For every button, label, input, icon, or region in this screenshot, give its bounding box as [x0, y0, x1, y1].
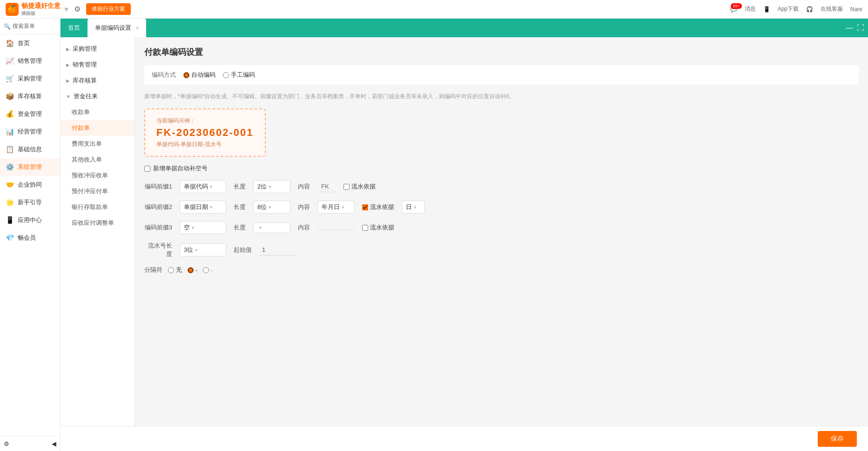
- settings-bottom-icon[interactable]: ⚙: [4, 440, 9, 447]
- sep-dash-label: -: [195, 267, 197, 274]
- app-body: 🔍 搜索菜单 🏠 首页 📈 销售管理 🛒 采购管理 📦 库存核算 💰: [0, 19, 868, 451]
- sidebar-item-sales[interactable]: 📈 销售管理: [0, 52, 60, 70]
- sidebar-item-home[interactable]: 🏠 首页: [0, 34, 60, 52]
- nav-item-prepay-payable[interactable]: 预付冲应付单: [61, 183, 135, 199]
- username[interactable]: Nare: [850, 6, 862, 13]
- sidebar-item-apps[interactable]: 📱 应用中心: [0, 211, 60, 229]
- app-download[interactable]: App下载: [778, 5, 799, 13]
- content3-value: [317, 226, 355, 230]
- content2-value: 年月日: [322, 203, 340, 211]
- serial1-checkbox[interactable]: [343, 184, 350, 190]
- encoding-mode-row: 编码方式 自动编码 手工编码: [144, 65, 859, 85]
- nav-inventory-label: 库存核算: [73, 76, 97, 85]
- prefix1-select[interactable]: 单据代码 ▾: [180, 180, 226, 193]
- purchase-arrow-icon: ▶: [66, 47, 70, 52]
- prefix2-label: 编码前缀2: [144, 203, 172, 211]
- sep-dot-label: ·: [211, 267, 213, 274]
- auto-encode-radio[interactable]: [183, 72, 189, 78]
- sidebar-basics-label: 基础信息: [18, 145, 42, 154]
- content1-value: FK: [317, 181, 336, 192]
- length3-label: 长度: [234, 223, 246, 232]
- collapse-icon[interactable]: ◀: [52, 440, 56, 447]
- sidebar-item-enterprise[interactable]: 🤝 企业协同: [0, 176, 60, 194]
- sidebar-bottom: ⚙ ◀: [0, 436, 60, 451]
- nav-item-payment[interactable]: 付款单: [61, 120, 135, 136]
- serial2-period-caret-icon: ▾: [414, 204, 417, 210]
- nav-item-ar-ap-adjust[interactable]: 应收应付调整单: [61, 215, 135, 231]
- manual-encode-radio[interactable]: [223, 72, 229, 78]
- bottom-bar: 保存: [61, 426, 868, 451]
- nav-group-inventory-title[interactable]: ▶ 库存核算: [61, 73, 135, 88]
- sidebar-item-finance[interactable]: 💰 资金管理: [0, 105, 60, 123]
- auto-fill-checkbox[interactable]: [144, 166, 150, 172]
- sidebar-item-member[interactable]: 💎 畅会员: [0, 229, 60, 247]
- prefix1-caret-icon: ▾: [210, 184, 213, 190]
- sep-none-option[interactable]: 无: [168, 266, 182, 274]
- length3-select[interactable]: ▾: [253, 222, 290, 233]
- nav-purchase-label: 采购管理: [73, 45, 97, 53]
- nav-item-other-income[interactable]: 其他收入单: [61, 152, 135, 168]
- maximize-icon[interactable]: ⛶: [857, 24, 864, 32]
- experience-btn[interactable]: 体验行业方案: [86, 3, 131, 15]
- sep-dot-radio[interactable]: [203, 267, 209, 273]
- message-wrap[interactable]: 💬 99+: [730, 6, 737, 13]
- message-badge: 99+: [731, 3, 741, 9]
- tab-encoding[interactable]: 单据编码设置 ×: [87, 19, 146, 37]
- nav-group-capital-title[interactable]: ▼ 资金往来: [61, 88, 135, 104]
- nav-group-purchase-title[interactable]: ▶ 采购管理: [61, 41, 135, 57]
- serial-length-select[interactable]: 3位 ▾: [180, 243, 226, 256]
- serial2-period-select[interactable]: 日 ▾: [402, 201, 425, 214]
- sidebar-item-inventory[interactable]: 📦 库存核算: [0, 88, 60, 105]
- search-menu[interactable]: 🔍 搜索菜单: [0, 19, 60, 34]
- prefix3-caret-icon: ▾: [192, 225, 195, 231]
- serial2-wrap: 流水依据: [362, 203, 394, 211]
- sep-dot-option[interactable]: ·: [203, 267, 213, 274]
- prefix1-label: 编码前缀1: [144, 182, 172, 191]
- sidebar-item-operations[interactable]: 📊 经营管理: [0, 123, 60, 141]
- online-service[interactable]: 在线客服: [821, 5, 843, 13]
- sep-dash-option[interactable]: -: [188, 267, 197, 274]
- settings-icon[interactable]: ⚙: [74, 5, 81, 13]
- sep-none-radio[interactable]: [168, 267, 174, 273]
- minimize-icon[interactable]: —: [846, 24, 853, 32]
- inventory-icon: 📦: [6, 92, 14, 101]
- length2-caret-icon: ▾: [269, 204, 271, 210]
- serial2-checkbox[interactable]: [362, 204, 368, 210]
- auto-fill-row: 新增单据自动补空号: [144, 164, 859, 173]
- sidebar-item-guide[interactable]: 🌟 新手引导: [0, 194, 60, 211]
- nav-item-prepay-receivable[interactable]: 预收冲应收单: [61, 168, 135, 183]
- sidebar-nav: 🏠 首页 📈 销售管理 🛒 采购管理 📦 库存核算 💰 资金管理 📊 经: [0, 34, 60, 436]
- nav-group-sales-title[interactable]: ▶ 销售管理: [61, 57, 135, 73]
- sidebar-item-basics[interactable]: 📋 基础信息: [0, 141, 60, 158]
- page-main: 付款单编码设置 编码方式 自动编码 手工编码 新增单据时，*单据编码*自动生成、…: [135, 37, 868, 426]
- length1-select[interactable]: 2位 ▾: [253, 180, 290, 193]
- sep-dash-radio[interactable]: [188, 267, 194, 273]
- encoding-mode-label: 编码方式: [152, 71, 176, 79]
- nav-item-receipt[interactable]: 收款单: [61, 104, 135, 120]
- tab-home[interactable]: 首页: [61, 19, 87, 37]
- auto-encode-option[interactable]: 自动编码: [183, 71, 215, 79]
- content2-select[interactable]: 年月日 ▾: [317, 201, 355, 214]
- manual-encode-option[interactable]: 手工编码: [223, 71, 255, 79]
- nav-sales-label: 销售管理: [73, 61, 97, 69]
- nav-item-expense[interactable]: 费用支出单: [61, 136, 135, 152]
- length2-value: 8位: [257, 203, 267, 211]
- tab-home-label: 首页: [68, 24, 80, 32]
- message-label[interactable]: 消息: [745, 5, 756, 13]
- length2-select[interactable]: 8位 ▾: [253, 201, 290, 214]
- save-button[interactable]: 保存: [818, 431, 857, 447]
- sidebar-guide-label: 新手引导: [18, 198, 42, 207]
- start-value-input[interactable]: [259, 244, 296, 256]
- prefix3-select[interactable]: 空 ▾: [180, 221, 226, 234]
- brand-name: 畅捷通好生意: [21, 2, 61, 10]
- example-label: 当前编码示例：: [156, 117, 254, 125]
- nav-item-bank-deposit[interactable]: 银行存取款单: [61, 199, 135, 215]
- sidebar-item-purchase[interactable]: 🛒 采购管理: [0, 70, 60, 88]
- sidebar-item-system[interactable]: ⚙️ 系统管理: [0, 158, 60, 176]
- prefix2-row: 编码前缀2 单据日期 ▾ 长度 8位 ▾ 内容 年月日 ▾: [144, 201, 859, 214]
- prefix2-select[interactable]: 单据日期 ▾: [180, 201, 226, 214]
- tab-bar: 首页 单据编码设置 × — ⛶: [61, 19, 868, 37]
- tab-close-icon[interactable]: ×: [136, 25, 139, 31]
- serial3-checkbox[interactable]: [362, 225, 368, 231]
- dropdown-icon[interactable]: ▾: [64, 4, 68, 14]
